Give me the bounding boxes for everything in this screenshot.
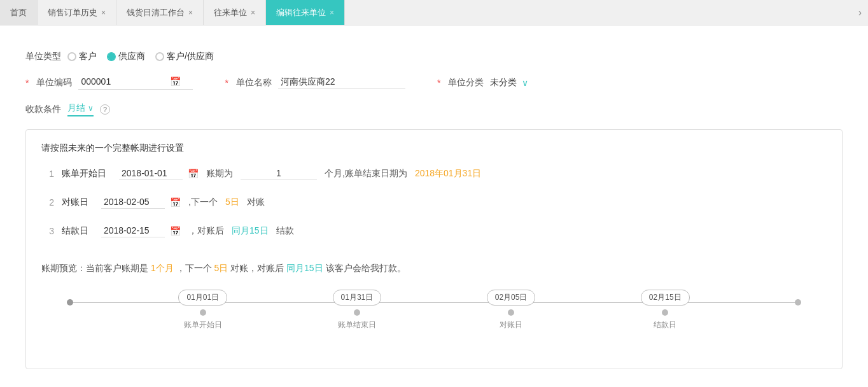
period-suffix-before-highlight: 个月,账单结束日期为: [325, 168, 407, 179]
timeline-badge-3: 02月05日: [487, 290, 536, 306]
unit-name-input[interactable]: [278, 76, 405, 88]
tabs-scroll-arrow[interactable]: ›: [852, 0, 868, 25]
payment-date-calendar-icon[interactable]: 📅: [170, 226, 181, 236]
setting-card: 请按照未来的一个完整帐期进行设置 1 账单开始日 📅 账期为 个月,账单结束日期…: [25, 129, 843, 369]
radio-customer[interactable]: 客户: [67, 51, 97, 62]
period-value-input[interactable]: [241, 167, 317, 180]
payment-condition-select[interactable]: 月结 ∨: [67, 102, 94, 116]
timeline-dot-2: [354, 309, 360, 316]
payment-suffix: 结款: [276, 225, 294, 237]
reconcile-date-calendar-icon[interactable]: 📅: [170, 197, 181, 208]
unit-code-required: *: [25, 78, 29, 88]
payment-condition-row: 收款条件 月结 ∨ ?: [25, 102, 843, 116]
timeline-start-dot: [67, 290, 73, 306]
preview-part3: 同月15日: [286, 263, 323, 273]
timeline-points: 01月01日 账单开始日 01月31日 账单结束日 02月05日 对账日: [67, 290, 801, 330]
preview-prefix: 账期预览：当前客户账期是: [41, 263, 148, 273]
radio-supplier[interactable]: 供应商: [107, 51, 145, 62]
payment-condition-label: 收款条件: [25, 104, 61, 115]
unit-type-label: 单位类型: [25, 51, 61, 62]
period-end-date-highlight: 2018年01月31日: [415, 168, 481, 179]
tab-cash-work[interactable]: 钱货日清工作台 ×: [116, 0, 204, 25]
payment-prefix: ，对账后: [188, 225, 224, 237]
unit-category-chevron[interactable]: ∨: [522, 78, 528, 88]
tab-cash-work-label: 钱货日清工作台: [127, 7, 185, 18]
row-num-2: 2: [41, 197, 54, 208]
unit-category-value: 未分类: [490, 77, 517, 88]
radio-customer-label: 客户: [79, 51, 97, 62]
tab-home[interactable]: 首页: [0, 0, 38, 25]
payment-condition-value: 月结: [67, 102, 85, 114]
timeline-end-dot: [795, 290, 801, 306]
tab-sales-history-label: 销售订单历史: [48, 7, 97, 18]
timeline-label-3: 对账日: [500, 320, 522, 330]
preview-suffix: 该客户会给我打款。: [326, 263, 406, 273]
tab-edit-partner[interactable]: 编辑往来单位 ×: [266, 0, 345, 25]
radio-supplier-label: 供应商: [118, 51, 145, 62]
preview-section: 账期预览：当前客户账期是 1个月 ，下一个 5日 对账，对账后 同月15日 该客…: [41, 253, 827, 356]
radio-supplier-circle: [107, 52, 116, 61]
date-field-2: 📅: [101, 195, 181, 209]
tab-edit-partner-label: 编辑往来单位: [276, 7, 326, 18]
radio-customer-supplier[interactable]: 客户/供应商: [155, 51, 214, 62]
payment-date-input[interactable]: [101, 224, 165, 237]
timeline-point-3: 02月05日 对账日: [487, 290, 536, 330]
payment-help-icon[interactable]: ?: [100, 104, 110, 115]
row-label-1: 账单开始日: [62, 168, 106, 179]
preview-part1: 1个月: [151, 263, 174, 273]
reconcile-highlight: 5日: [225, 197, 239, 208]
tab-sales-history-close[interactable]: ×: [101, 8, 106, 17]
tab-cash-work-close[interactable]: ×: [188, 8, 193, 17]
timeline-label-4: 结款日: [654, 320, 676, 330]
start-date-calendar-icon[interactable]: 📅: [188, 169, 199, 179]
unit-type-row: 单位类型 客户 供应商 客户/供应商: [25, 51, 843, 62]
unit-code-field: 📅: [78, 75, 193, 90]
timeline-dot-1: [200, 309, 206, 316]
timeline-point-2: 01月31日 账单结束日: [333, 290, 382, 330]
start-date-input[interactable]: [119, 167, 183, 180]
radio-customer-supplier-circle: [155, 52, 164, 61]
unit-name-label: 单位名称: [236, 77, 272, 88]
unit-category-label: 单位分类: [448, 77, 484, 88]
start-dot: [67, 299, 73, 306]
timeline-point-1: 01月01日 账单开始日: [178, 290, 227, 330]
unit-category-required: *: [437, 78, 440, 88]
preview-text: 账期预览：当前客户账期是 1个月 ，下一个 5日 对账，对账后 同月15日 该客…: [41, 263, 827, 274]
unit-type-radio-group: 客户 供应商 客户/供应商: [67, 51, 214, 62]
radio-customer-supplier-label: 客户/供应商: [167, 51, 214, 62]
reconcile-prefix: ,下一个: [188, 197, 218, 208]
setting-row-1: 1 账单开始日 📅 账期为 个月,账单结束日期为 2018年01月31日: [41, 167, 827, 180]
preview-middle1: ，下一个: [176, 263, 212, 273]
row-label-3: 结款日: [62, 225, 88, 237]
timeline-dot-4: [662, 309, 668, 316]
date-field-3: 📅: [101, 224, 181, 237]
payment-condition-chevron[interactable]: ∨: [88, 104, 94, 113]
setting-card-title: 请按照未来的一个完整帐期进行设置: [41, 143, 827, 154]
timeline-label-1: 账单开始日: [184, 320, 222, 330]
reconcile-suffix: 对账: [247, 197, 265, 208]
payment-highlight: 同月15日: [232, 225, 269, 237]
tab-sales-history[interactable]: 销售订单历史 ×: [38, 0, 116, 25]
date-field-1: 📅: [119, 167, 199, 180]
unit-category-select[interactable]: 未分类 ∨: [490, 77, 528, 88]
unit-code-label: 单位编码: [36, 77, 72, 88]
tab-partner-unit-close[interactable]: ×: [251, 8, 255, 17]
timeline-dot-3: [508, 309, 514, 316]
radio-customer-circle: [67, 52, 76, 61]
row-label-2: 对账日: [62, 197, 88, 208]
reconcile-date-input[interactable]: [101, 195, 165, 209]
setting-row-2: 2 对账日 📅 ,下一个 5日 对账: [41, 195, 827, 209]
timeline-badge-1: 01月01日: [178, 290, 227, 306]
end-dot: [795, 299, 801, 306]
setting-row-3: 3 结款日 📅 ，对账后 同月15日 结款: [41, 224, 827, 237]
tab-partner-unit[interactable]: 往来单位 ×: [204, 0, 266, 25]
unit-code-input[interactable]: [78, 75, 167, 88]
row-num-3: 3: [41, 226, 54, 236]
period-prefix: 账期为: [206, 168, 233, 179]
main-content: 单位类型 客户 供应商 客户/供应商 * 单位编码 📅 * 单位名称: [0, 25, 868, 387]
unit-code-icon[interactable]: 📅: [170, 76, 181, 87]
timeline-wrapper: 01月01日 账单开始日 01月31日 账单结束日 02月05日 对账日: [41, 290, 827, 356]
tab-edit-partner-close[interactable]: ×: [330, 8, 334, 17]
tab-partner-unit-label: 往来单位: [214, 7, 247, 18]
timeline-badge-4: 02月15日: [641, 290, 690, 306]
